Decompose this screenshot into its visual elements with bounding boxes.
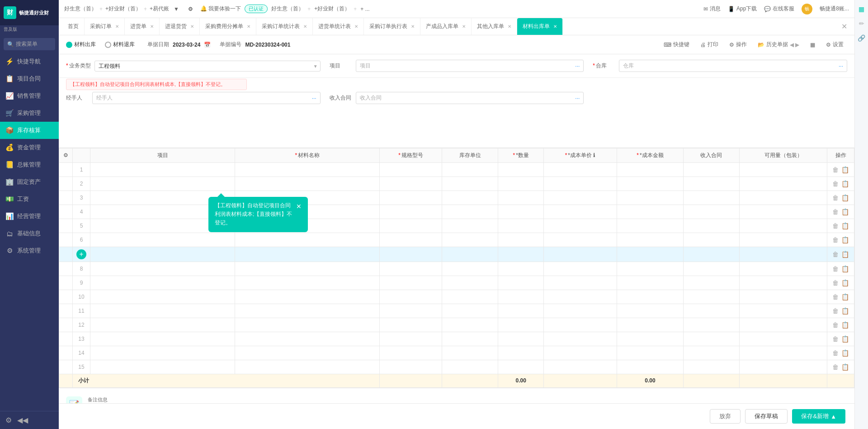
tab-close-icon[interactable]: ✕ xyxy=(411,24,415,29)
delete-row-button[interactable]: 🗑 xyxy=(831,278,840,287)
quantity-cell[interactable] xyxy=(498,262,543,276)
income-contract-cell[interactable] xyxy=(683,233,740,247)
material-cell[interactable] xyxy=(235,262,380,276)
available-cell[interactable] xyxy=(740,304,827,318)
warehouse-unit-cell[interactable] xyxy=(442,191,498,205)
list-view-btn[interactable]: ▦ xyxy=(807,39,819,50)
tab-close-icon[interactable]: ✕ xyxy=(150,24,154,29)
quantity-cell[interactable] xyxy=(498,360,543,374)
project-cell[interactable] xyxy=(90,233,235,247)
radio-material-return[interactable]: 材料退库 xyxy=(105,41,135,48)
project-cell[interactable] xyxy=(90,318,235,332)
spec-cell[interactable] xyxy=(380,191,442,205)
copy-row-button[interactable]: 📋 xyxy=(840,306,850,315)
project-cell[interactable] xyxy=(90,290,235,304)
income-contract-cell[interactable] xyxy=(683,360,740,374)
cost-price-cell[interactable] xyxy=(543,360,617,374)
available-cell[interactable] xyxy=(740,290,827,304)
spec-cell[interactable] xyxy=(380,346,442,360)
tab-close-icon[interactable]: ✕ xyxy=(354,24,358,29)
sidebar-item-purchase[interactable]: 🛒 采购管理 xyxy=(0,105,59,122)
radio-material-out[interactable]: 材料出库 xyxy=(66,41,96,48)
settings-gear-icon[interactable]: ⚙ xyxy=(188,6,193,12)
material-cell[interactable] xyxy=(235,360,380,374)
available-cell[interactable] xyxy=(740,332,827,346)
online-service-btn[interactable]: 💬 在线客服 xyxy=(764,5,794,13)
copy-row-button[interactable]: 📋 xyxy=(840,235,850,244)
spec-cell[interactable] xyxy=(380,332,442,346)
cost-amount-cell[interactable] xyxy=(617,219,683,233)
project-cell[interactable] xyxy=(90,176,235,191)
print-btn[interactable]: 🖨 打印 xyxy=(697,39,722,50)
business-type-select[interactable]: 工程领料 直接领料 xyxy=(94,61,321,72)
available-cell[interactable] xyxy=(740,276,827,290)
quantity-cell[interactable] xyxy=(498,276,543,290)
material-cell[interactable] xyxy=(235,318,380,332)
copy-row-button[interactable]: 📋 xyxy=(840,250,850,259)
copy-row-button[interactable]: 📋 xyxy=(840,334,850,343)
cost-price-cell[interactable] xyxy=(543,219,617,233)
warehouse-unit-cell[interactable] xyxy=(442,247,498,262)
warehouse-unit-cell[interactable] xyxy=(442,162,498,176)
spec-cell[interactable] xyxy=(380,233,442,247)
income-contract-cell[interactable] xyxy=(683,262,740,276)
save-draft-button[interactable]: 保存草稿 xyxy=(745,409,788,424)
cost-price-cell[interactable] xyxy=(543,290,617,304)
income-contract-cell[interactable] xyxy=(683,318,740,332)
topbar-breadcrumb2-2[interactable]: +好业财（首） xyxy=(314,5,350,13)
right-panel-link-icon[interactable]: 🔗 xyxy=(856,33,867,43)
tab-close-icon[interactable]: ✕ xyxy=(190,24,194,29)
warehouse-unit-cell[interactable] xyxy=(442,205,498,219)
calendar-icon[interactable]: 📅 xyxy=(204,42,211,48)
delete-row-button[interactable]: 🗑 xyxy=(831,334,840,343)
delete-row-button[interactable]: 🗑 xyxy=(831,221,840,230)
available-cell[interactable] xyxy=(740,176,827,191)
spec-cell[interactable] xyxy=(380,205,442,219)
tab-incoming[interactable]: 进货单 ✕ xyxy=(125,18,160,35)
tab-other-incoming[interactable]: 其他入库单 ✕ xyxy=(472,18,517,35)
sidebar-item-system[interactable]: ⚙ 系统管理 xyxy=(0,242,59,259)
warehouse-unit-cell[interactable] xyxy=(442,219,498,233)
tab-close-icon[interactable]: ✕ xyxy=(508,24,511,29)
income-contract-cell[interactable] xyxy=(683,304,740,318)
available-cell[interactable] xyxy=(740,318,827,332)
tab-purchase-order[interactable]: 采购订单 ✕ xyxy=(85,18,125,35)
project-cell[interactable] xyxy=(90,262,235,276)
available-cell[interactable] xyxy=(740,219,827,233)
available-cell[interactable] xyxy=(740,191,827,205)
warehouse-unit-cell[interactable] xyxy=(442,262,498,276)
spec-cell[interactable] xyxy=(380,318,442,332)
sidebar-item-assets[interactable]: 🏢 固定资产 xyxy=(0,173,59,191)
cost-price-cell[interactable] xyxy=(543,176,617,191)
delete-row-button[interactable]: 🗑 xyxy=(831,250,840,259)
quantity-cell[interactable] xyxy=(498,346,543,360)
history-btn[interactable]: 📂 历史单据 ◀ ▶ xyxy=(754,39,803,50)
experience-label[interactable]: 🔔 我要体验一下 xyxy=(200,5,241,13)
project-cell[interactable] xyxy=(90,276,235,290)
material-cell[interactable] xyxy=(235,162,380,176)
warehouse-unit-cell[interactable] xyxy=(442,318,498,332)
copy-row-button[interactable]: 📋 xyxy=(840,362,850,372)
collapse-icon[interactable]: ◀◀ xyxy=(17,416,28,424)
cost-price-cell[interactable] xyxy=(543,191,617,205)
sidebar-item-basic[interactable]: 🗂 基础信息 xyxy=(0,225,59,242)
cost-price-cell[interactable] xyxy=(543,332,617,346)
discard-button[interactable]: 放弃 xyxy=(710,409,741,424)
warehouse-input[interactable]: 仓库 ··· xyxy=(619,60,847,72)
project-input[interactable]: 项目 ··· xyxy=(356,60,584,72)
warehouse-unit-cell[interactable] xyxy=(442,304,498,318)
sidebar-item-inventory[interactable]: 📦 库存核算 xyxy=(0,122,59,139)
income-contract-cell[interactable] xyxy=(683,247,740,262)
delete-row-button[interactable]: 🗑 xyxy=(831,207,840,216)
copy-row-button[interactable]: 📋 xyxy=(840,292,850,301)
quick-key-btn[interactable]: ⌨ 快捷键 xyxy=(660,39,693,50)
material-cell[interactable] xyxy=(235,332,380,346)
cost-amount-cell[interactable] xyxy=(617,233,683,247)
cost-amount-cell[interactable] xyxy=(617,247,683,262)
project-cell[interactable] xyxy=(90,304,235,318)
copy-row-button[interactable]: 📋 xyxy=(840,278,850,287)
income-contract-cell[interactable] xyxy=(683,276,740,290)
quantity-cell[interactable] xyxy=(498,233,543,247)
warehouse-unit-cell[interactable] xyxy=(442,233,498,247)
spec-cell[interactable] xyxy=(380,276,442,290)
